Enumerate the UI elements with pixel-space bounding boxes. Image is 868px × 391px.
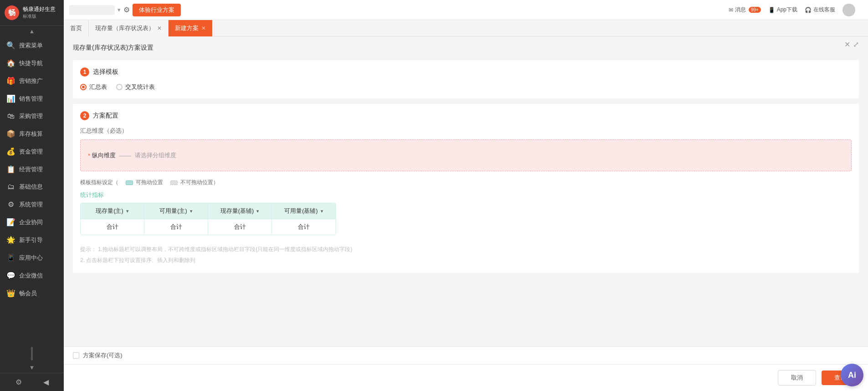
ai-badge[interactable]: Ai <box>841 364 863 386</box>
table-header-cell[interactable]: 可用量(基辅)▾ <box>272 203 336 219</box>
tab-label-inventory-status: 现存量（库存状况表） <box>95 24 154 32</box>
topbar-dropdown-icon[interactable]: ▾ <box>117 6 121 13</box>
legend-not-draggable-box <box>170 180 178 185</box>
sidebar-item-apps[interactable]: 📱 应用中心 <box>0 249 64 267</box>
sidebar-settings-icon[interactable]: ⚙ <box>15 378 22 386</box>
tab-close-new-scheme[interactable]: ✕ <box>201 25 206 31</box>
inventory-label: 库存核算 <box>19 130 43 138</box>
step2-header: 2 方案配置 <box>80 111 852 120</box>
shortcut-icon: 🏠 <box>6 59 15 67</box>
dimension-area[interactable]: * 纵向维度 —— 请选择分组维度 <box>80 139 852 171</box>
expand-panel-button[interactable]: ⤢ <box>853 40 859 49</box>
topbar-online-service[interactable]: 🎧 在线客服 <box>805 6 835 14</box>
indicators-label: 统计指标 <box>80 191 852 199</box>
sidebar-item-sales[interactable]: 📊 销售管理 <box>0 90 64 108</box>
sidebar-collapse-icon[interactable]: ◀ <box>43 378 49 386</box>
service-icon: 🎧 <box>805 7 812 13</box>
marketing-label: 营销推广 <box>19 77 43 85</box>
header-dropdown-icon[interactable]: ▾ <box>256 208 259 214</box>
tip-text: 提示： 1.拖动标题栏可以调整布局，不可跨维度或指标区域拖动栏目字段(只能在同一… <box>80 244 852 255</box>
dim-dash: —— <box>119 152 131 159</box>
user-avatar[interactable] <box>842 4 855 16</box>
finance-label: 资金管理 <box>19 148 43 156</box>
vip-label: 畅会员 <box>19 289 37 298</box>
management-icon: 📋 <box>6 165 15 174</box>
step1-header: 1 选择模板 <box>80 67 852 77</box>
step2-section: 2 方案配置 汇总维度（必选） * 纵向维度 —— 请选择分组维度 模板指标设定… <box>73 104 859 273</box>
app-label: App下载 <box>777 6 797 14</box>
step1-badge: 1 <box>80 67 89 77</box>
sidebar-item-shortcut[interactable]: 🏠 快捷导航 <box>0 54 64 72</box>
sidebar-scroll-up[interactable]: ▲ <box>0 26 64 36</box>
radio-label-cross: 交叉统计表 <box>125 83 155 91</box>
finance-icon: 💰 <box>6 147 15 156</box>
contract-label: 企业协同 <box>19 218 43 226</box>
scroll-thumb <box>31 347 33 360</box>
contract-icon: 📝 <box>6 218 15 226</box>
sidebar-nav: 🔍 搜索菜单 🏠 快捷导航 🎁 营销推广 📊 销售管理 🛍 采购管理 📦 库存核… <box>0 36 64 345</box>
sidebar-item-vip[interactable]: 👑 畅会员 <box>0 284 64 302</box>
radio-label-summary: 汇总表 <box>89 83 107 91</box>
close-panel-button[interactable]: ✕ <box>844 40 850 49</box>
tab-new-scheme[interactable]: 新建方案✕ <box>168 20 213 36</box>
cancel-button[interactable]: 取消 <box>778 370 816 386</box>
table-cell: 合计 <box>81 219 144 235</box>
logo-text: 畅康通好生意 标准版 <box>23 6 56 20</box>
header-dropdown-icon[interactable]: ▾ <box>321 208 323 214</box>
sidebar-item-purchase[interactable]: 🛍 采购管理 <box>0 108 64 125</box>
sidebar-item-marketing[interactable]: 🎁 营销推广 <box>0 72 64 90</box>
sidebar-item-contract[interactable]: 📝 企业协同 <box>0 213 64 231</box>
step2-badge: 2 <box>80 111 89 120</box>
topbar-messages[interactable]: ✉ 消息 99+ <box>729 6 761 14</box>
sidebar-bottom: ⚙ ◀ <box>0 373 64 391</box>
breadcrumb-input[interactable] <box>69 5 115 15</box>
table-header-cell[interactable]: 现存量(基辅)▾ <box>208 203 272 219</box>
radio-option-summary[interactable]: 汇总表 <box>80 83 107 91</box>
table-header-cell[interactable]: 现存量(主)▾ <box>81 203 144 219</box>
tips: 提示： 1.拖动标题栏可以调整布局，不可跨维度或指标区域拖动栏目字段(只能在同一… <box>80 244 852 266</box>
radio-option-cross[interactable]: 交叉统计表 <box>116 83 155 91</box>
purchase-label: 采购管理 <box>19 112 43 120</box>
sidebar-item-management[interactable]: 📋 经营管理 <box>0 160 64 178</box>
system-icon: ⚙ <box>6 200 15 209</box>
step1-section: 1 选择模板 汇总表 交叉统计表 <box>73 60 859 98</box>
legend-draggable-box <box>126 180 133 185</box>
topbar-app-download[interactable]: 📱 App下载 <box>768 6 797 14</box>
footer-bar: 取消 查询 <box>64 364 868 391</box>
sidebar-item-newbie[interactable]: 🌟 新手引导 <box>0 231 64 249</box>
msg-badge: 99+ <box>749 7 761 13</box>
sidebar-scroll-down[interactable]: ▼ <box>0 362 64 373</box>
shortcut-label: 快捷导航 <box>19 59 43 67</box>
tab-close-inventory-status[interactable]: ✕ <box>157 25 162 31</box>
sidebar-scrollbar <box>0 345 64 362</box>
marketing-icon: 🎁 <box>6 77 15 85</box>
header-dropdown-icon[interactable]: ▾ <box>190 208 193 214</box>
tab-inventory-status[interactable]: 现存量（库存状况表）✕ <box>89 20 168 36</box>
management-label: 经营管理 <box>19 165 43 174</box>
header-dropdown-icon[interactable]: ▾ <box>126 208 129 214</box>
indicators-legend: 模板指标设定（ 可拖动位置 不可拖动位置） <box>80 179 852 186</box>
sidebar-item-wechat[interactable]: 💬 企业微信 <box>0 267 64 284</box>
tab-home[interactable]: 首页 <box>64 20 89 36</box>
sidebar-item-inventory[interactable]: 📦 库存核算 <box>0 125 64 143</box>
sidebar-item-basic[interactable]: 🗂 基础信息 <box>0 178 64 196</box>
template-options: 汇总表 交叉统计表 <box>80 83 852 91</box>
table-cell: 合计 <box>272 219 336 235</box>
dimension-title: 汇总维度（必选） <box>80 127 852 135</box>
table-header-cell[interactable]: 可用量(主)▾ <box>144 203 208 219</box>
radio-dot-summary <box>80 84 87 90</box>
basic-icon: 🗂 <box>6 183 15 191</box>
search-label: 搜索菜单 <box>19 41 43 50</box>
sidebar-item-search[interactable]: 🔍 搜索菜单 <box>0 36 64 54</box>
table-cell: 合计 <box>144 219 208 235</box>
topbar-right: ✉ 消息 99+ 📱 App下载 🎧 在线客服 <box>729 4 863 16</box>
tabbar: 首页现存量（库存状况表）✕新建方案✕ <box>64 20 868 36</box>
sidebar-item-system[interactable]: ⚙ 系统管理 <box>0 196 64 213</box>
topbar-settings-icon[interactable]: ⚙ <box>123 5 130 14</box>
radio-dot-cross <box>116 84 123 90</box>
indicators-table: 现存量(主)▾可用量(主)▾现存量(基辅)▾可用量(基辅)▾合计合计合计合计 <box>80 203 336 235</box>
trial-button[interactable]: 体验行业方案 <box>133 4 181 16</box>
legend-draggable-label: 可拖动位置 <box>136 179 163 186</box>
sidebar-item-finance[interactable]: 💰 资金管理 <box>0 143 64 160</box>
save-checkbox[interactable] <box>73 352 79 359</box>
